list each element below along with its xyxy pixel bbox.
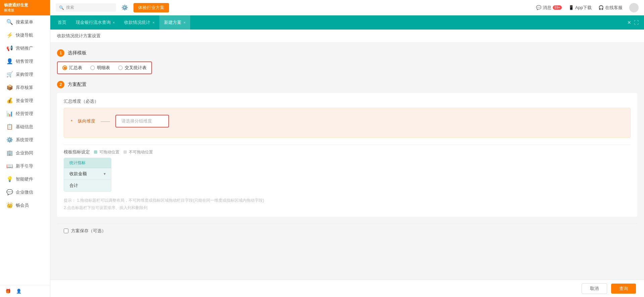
tab-close-icon[interactable]: × bbox=[183, 20, 185, 24]
sidebar-bottom-item1[interactable]: 🎁 bbox=[5, 289, 11, 294]
tab-新建方案[interactable]: 新建方案× bbox=[159, 15, 190, 30]
step1-header: 1 选择模板 bbox=[57, 49, 637, 57]
indicators-column-header: 统计指标 bbox=[64, 158, 111, 168]
sidebar-item-搜索菜单[interactable]: 🔍 搜索菜单 bbox=[0, 15, 50, 29]
avatar[interactable] bbox=[629, 3, 639, 12]
sidebar-bottom-item2[interactable]: 👤 bbox=[16, 289, 21, 294]
indicator-label: 合计 bbox=[69, 183, 78, 189]
notification-badge: 99+ bbox=[553, 5, 562, 10]
indicators-section: 模板指标设定 可拖动位置 不可拖动位置 统计指标 bbox=[64, 149, 631, 211]
sidebar-icon: ⚙️ bbox=[6, 137, 13, 143]
footer-bar: 取消 查询 bbox=[50, 280, 644, 297]
dimension-row: * 纵向维度 —— 请选择分组维度 bbox=[71, 115, 624, 128]
sidebar: 畅捷通好生意 标准版 🔍 搜索菜单 ⚡ 快捷导航 📢 营销推广 👤 销售管理 🛒… bbox=[0, 0, 50, 297]
sidebar-item-智能硬件[interactable]: 💡 智能硬件 bbox=[0, 172, 50, 186]
sidebar-icon: 💬 bbox=[6, 189, 13, 195]
content-area: 收款情况统计方案设置 1 选择模板 汇总表 明细表 交叉统计表 2 方案配置 bbox=[50, 30, 644, 297]
sidebar-item-库存核算[interactable]: 📦 库存核算 bbox=[0, 81, 50, 94]
sidebar-item-畅会员[interactable]: 👑 畅会员 bbox=[0, 199, 50, 212]
service-icon: 🎧 bbox=[598, 5, 604, 10]
dimension-area: * 纵向维度 —— 请选择分组维度 bbox=[64, 108, 631, 138]
sidebar-nav: 🔍 搜索菜单 ⚡ 快捷导航 📢 营销推广 👤 销售管理 🛒 采购管理 📦 库存核… bbox=[0, 15, 50, 285]
non-draggable-label: 不可拖动位置 bbox=[129, 149, 153, 155]
sidebar-icon: 📦 bbox=[6, 84, 13, 91]
sidebar-icon: 📊 bbox=[6, 110, 13, 117]
radio-交叉统计表[interactable]: 交叉统计表 bbox=[118, 65, 147, 71]
sidebar-item-label: 搜索菜单 bbox=[16, 19, 33, 25]
save-label: 方案保存（可选） bbox=[71, 228, 106, 234]
draggable-dot bbox=[94, 150, 97, 154]
download-icon: 📱 bbox=[569, 5, 574, 10]
app-edition: 标准版 bbox=[4, 8, 28, 13]
app-name: 畅捷通好生意 bbox=[4, 3, 28, 7]
radio-汇总表[interactable]: 汇总表 bbox=[62, 65, 82, 71]
maximize-icon[interactable]: ⛶ bbox=[634, 20, 639, 25]
sidebar-icon: ⚡ bbox=[6, 32, 13, 38]
indicator-row-合计[interactable]: 合计 bbox=[64, 180, 111, 191]
tab-close-icon[interactable]: × bbox=[152, 20, 154, 24]
indicators-footer: 提示： 1.拖动标题栏可以调整布局，不可跨维度或指标区域拖动栏目字段(只能在同一… bbox=[64, 197, 631, 211]
notification-item[interactable]: 💬 消息 99+ bbox=[536, 5, 562, 11]
indicator-row-收款金额[interactable]: 收款金额▾ bbox=[64, 168, 111, 180]
query-button[interactable]: 查询 bbox=[611, 284, 636, 294]
trial-button[interactable]: 体验行业方案 bbox=[133, 3, 169, 12]
download-item[interactable]: 📱 App下载 bbox=[569, 5, 592, 11]
sidebar-logo: 畅捷通好生意 标准版 bbox=[0, 0, 50, 15]
sidebar-item-经营管理[interactable]: 📊 经营管理 bbox=[0, 107, 50, 120]
dimension-section-title: 汇总维度（必选） bbox=[64, 98, 631, 104]
settings-icon[interactable]: ⚙️ bbox=[121, 4, 128, 11]
radio-label: 汇总表 bbox=[69, 65, 82, 71]
service-item[interactable]: 🎧 在线客服 bbox=[598, 5, 623, 11]
radio-明细表[interactable]: 明细表 bbox=[90, 65, 110, 71]
tab-现金银行流水查询[interactable]: 现金银行流水查询× bbox=[71, 15, 119, 30]
non-draggable-dot bbox=[123, 150, 127, 154]
indicator-label: 收款金额 bbox=[69, 171, 87, 177]
sidebar-bottom: 🎁 👤 bbox=[0, 285, 50, 297]
chevron-down-icon[interactable]: ▾ bbox=[104, 171, 106, 176]
sidebar-icon: 👑 bbox=[6, 202, 13, 208]
dimension-input[interactable]: 请选择分组维度 bbox=[115, 115, 169, 128]
close-window-icon[interactable]: ✕ bbox=[627, 20, 631, 25]
tab-close-icon[interactable]: × bbox=[113, 20, 115, 24]
sidebar-item-资金管理[interactable]: 💰 资金管理 bbox=[0, 94, 50, 107]
sidebar-item-快捷导航[interactable]: ⚡ 快捷导航 bbox=[0, 29, 50, 42]
sidebar-item-基础信息[interactable]: 📋 基础信息 bbox=[0, 120, 50, 133]
sidebar-item-label: 畅会员 bbox=[16, 202, 29, 208]
sidebar-item-企业协同[interactable]: 🏢 企业协同 bbox=[0, 146, 50, 159]
breadcrumb: 收款情况统计方案设置 bbox=[50, 30, 644, 43]
tab-收款情况统计[interactable]: 收款情况统计× bbox=[119, 15, 159, 30]
radio-dot bbox=[90, 65, 95, 70]
radio-dot bbox=[62, 65, 67, 70]
radio-dot bbox=[118, 65, 123, 70]
tab-label: 收款情况统计 bbox=[124, 19, 150, 26]
sidebar-item-label: 经营管理 bbox=[16, 111, 33, 117]
tabbar: 首页现金银行流水查询×收款情况统计×新建方案× ✕ ⛶ bbox=[50, 15, 644, 30]
indicators-rows: 收款金额▾合计 bbox=[64, 168, 111, 191]
sidebar-item-新手引导[interactable]: 📖 新手引导 bbox=[0, 159, 50, 172]
topbar-search[interactable]: 🔍 搜索 bbox=[56, 3, 116, 12]
sidebar-icon: 📖 bbox=[6, 163, 13, 169]
sidebar-item-label: 基础信息 bbox=[16, 124, 33, 130]
sidebar-item-采购管理[interactable]: 🛒 采购管理 bbox=[0, 68, 50, 81]
sidebar-item-营销推广[interactable]: 📢 营销推广 bbox=[0, 42, 50, 55]
sidebar-item-系统管理[interactable]: ⚙️ 系统管理 bbox=[0, 133, 50, 146]
sidebar-item-企业微信[interactable]: 💬 企业微信 bbox=[0, 186, 50, 199]
sidebar-icon: 🔍 bbox=[6, 19, 13, 25]
cancel-button[interactable]: 取消 bbox=[582, 283, 607, 294]
topbar: 🔍 搜索 ⚙️ 体验行业方案 💬 消息 99+ 📱 App下载 🎧 在线客服 bbox=[50, 0, 644, 15]
search-placeholder: 搜索 bbox=[66, 5, 74, 10]
sidebar-icon: 📢 bbox=[6, 45, 13, 51]
tip-line1: 提示： 1.拖动标题栏可以调整布局，不可跨维度或指标区域拖动栏目字段(只能在同一… bbox=[64, 197, 631, 204]
indicators-table: 统计指标 收款金额▾合计 bbox=[64, 158, 111, 192]
sidebar-item-label: 营销推广 bbox=[16, 45, 33, 51]
save-checkbox[interactable] bbox=[64, 229, 68, 233]
radio-label: 交叉统计表 bbox=[125, 65, 147, 71]
sidebar-item-label: 新手引导 bbox=[16, 163, 33, 169]
sidebar-icon: 🏢 bbox=[6, 150, 13, 156]
sidebar-item-销售管理[interactable]: 👤 销售管理 bbox=[0, 55, 50, 68]
tab-首页[interactable]: 首页 bbox=[53, 15, 71, 30]
search-icon: 🔍 bbox=[59, 5, 64, 10]
step1-badge: 1 bbox=[57, 49, 64, 57]
dimension-required-star: * bbox=[71, 119, 72, 124]
sidebar-item-label: 系统管理 bbox=[16, 137, 33, 143]
